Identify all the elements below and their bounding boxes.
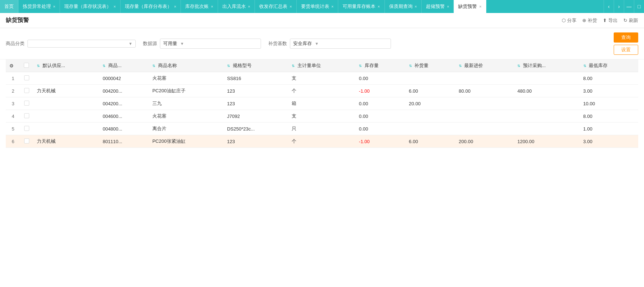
share-icon: ⬡ — [562, 18, 566, 23]
tab-stock-dist-close[interactable]: × — [174, 4, 176, 9]
page-title: 缺货预警 — [6, 17, 562, 24]
col-spec[interactable]: ⇅ 规格型号 — [223, 59, 288, 72]
tab-flow[interactable]: 出入库流水 × — [218, 0, 255, 13]
row-checkbox[interactable] — [24, 101, 29, 106]
tab-overstock-close[interactable]: × — [447, 4, 449, 9]
tab-stock-dist-label: 现存量（库存分布表） — [125, 3, 172, 10]
row-checkbox[interactable] — [24, 113, 29, 118]
col-min-stock[interactable]: ⇅ 最低库存 — [580, 59, 638, 72]
row-product-code: 0000042 — [99, 72, 149, 85]
row-latest-price: 200.00 — [455, 135, 514, 148]
col-unit-label: 主计量单位 — [297, 63, 321, 68]
replenish-base-select-arrow-icon: ▼ — [315, 41, 319, 46]
replenish-base-select[interactable]: 安全库存 ▼ — [290, 39, 391, 49]
col-unit[interactable]: ⇅ 主计量单位 — [288, 59, 355, 72]
col-gear: ⚙ — [6, 59, 20, 72]
tab-requisition-close[interactable]: × — [331, 4, 334, 9]
tab-summary-label: 收发存汇总表 — [259, 3, 287, 10]
tab-minimize-button[interactable]: — — [624, 0, 634, 13]
row-supplier — [33, 110, 99, 123]
tab-summary[interactable]: 收发存汇总表 × — [255, 0, 296, 13]
tab-maximize-button[interactable]: □ — [634, 0, 644, 13]
row-checkbox[interactable] — [24, 126, 29, 131]
tab-batch-close[interactable]: × — [211, 4, 213, 9]
row-replenish-qty — [405, 72, 455, 85]
tab-expiry-close[interactable]: × — [415, 4, 417, 9]
tab-stock-status-close[interactable]: × — [113, 4, 116, 9]
tab-prev-button[interactable]: ‹ — [604, 0, 614, 13]
col-stock[interactable]: ⇅ 库存量 — [355, 59, 405, 72]
row-product-name: 火花塞 — [149, 72, 223, 85]
sort-icon-unit: ⇅ — [292, 64, 295, 68]
tab-overstock[interactable]: 超储预警 × — [422, 0, 454, 13]
col-default-supplier-label: 默认供应... — [43, 63, 65, 68]
tab-stock-status[interactable]: 现存量（库存状况表） × — [60, 0, 120, 13]
replenish-icon: ⊕ — [582, 18, 586, 23]
share-label: 分享 — [567, 17, 576, 24]
row-product-code: 801110... — [99, 135, 149, 148]
row-checkbox[interactable] — [24, 75, 29, 80]
tab-next-button[interactable]: › — [614, 0, 624, 13]
category-select[interactable]: ▼ — [27, 40, 136, 48]
row-num: 2 — [6, 85, 20, 97]
tab-picking[interactable]: 拣货异常处理 × — [18, 0, 60, 13]
row-unit: 个 — [288, 85, 355, 97]
tab-home-label: 首页 — [4, 3, 14, 10]
tab-batch[interactable]: 库存批次账 × — [181, 0, 218, 13]
row-spec: SS816 — [223, 72, 288, 85]
refresh-button[interactable]: ↻ 刷新 — [623, 17, 638, 24]
row-replenish-qty — [405, 123, 455, 135]
refresh-icon: ↻ — [623, 18, 627, 23]
replenish-base-filter-label: 补货基数 — [268, 40, 287, 47]
row-estimated-purchase — [514, 72, 579, 85]
settings-button[interactable]: 设置 — [614, 45, 638, 55]
export-button[interactable]: ⬆ 导出 — [603, 17, 618, 24]
row-unit: 个 — [288, 135, 355, 148]
category-select-arrow-icon: ▼ — [129, 41, 132, 46]
row-checkbox[interactable] — [24, 88, 29, 93]
tab-picking-close[interactable]: × — [53, 4, 55, 9]
col-stock-label: 库存量 — [365, 63, 379, 68]
tab-available[interactable]: 可用量库存账本 × — [338, 0, 384, 13]
tab-expiry[interactable]: 保质期查询 × — [385, 0, 422, 13]
row-stock: 0.00 — [355, 123, 405, 135]
row-supplier — [33, 123, 99, 135]
tab-shortage[interactable]: 缺货预警 × — [454, 0, 486, 13]
row-checkbox-cell — [20, 123, 33, 135]
row-latest-price: 80.00 — [455, 85, 514, 97]
row-checkbox[interactable] — [24, 138, 29, 144]
col-estimated-purchase-label: 预计采购... — [523, 63, 546, 68]
replenish-button[interactable]: ⊕ 补货 — [582, 17, 597, 24]
refresh-label: 刷新 — [629, 17, 638, 24]
row-supplier — [33, 97, 99, 110]
tab-shortage-close[interactable]: × — [479, 4, 481, 9]
row-estimated-purchase — [514, 123, 579, 135]
row-num: 4 — [6, 110, 20, 123]
col-product-name[interactable]: ⇅ 商品名称 — [149, 59, 223, 72]
col-replenish-qty[interactable]: ⇅ 补货量 — [405, 59, 455, 72]
tab-summary-close[interactable]: × — [290, 4, 292, 9]
datasource-select[interactable]: 可用量 ▼ — [160, 39, 261, 49]
col-estimated-purchase[interactable]: ⇅ 预计采购... — [514, 59, 579, 72]
share-button[interactable]: ⬡ 分享 — [562, 17, 576, 24]
query-button[interactable]: 查询 — [614, 32, 638, 43]
row-product-name: 火花塞 — [149, 110, 223, 123]
row-checkbox-cell — [20, 97, 33, 110]
table-row: 1 0000042 火花塞 SS816 支 0.00 8.00 — [6, 72, 638, 85]
select-all-checkbox[interactable] — [24, 63, 29, 68]
col-latest-price[interactable]: ⇅ 最新进价 — [455, 59, 514, 72]
replenish-base-filter-group: 补货基数 安全库存 ▼ — [268, 39, 391, 49]
sort-icon-replenish: ⇅ — [409, 64, 412, 68]
tab-stock-dist[interactable]: 现存量（库存分布表） × — [121, 0, 181, 13]
tab-flow-close[interactable]: × — [248, 4, 250, 9]
row-product-code: 004200... — [99, 85, 149, 97]
main-content: 缺货预警 ⬡ 分享 ⊕ 补货 ⬆ 导出 ↻ 刷新 商品分类 — [0, 13, 644, 287]
tab-home[interactable]: 首页 — [0, 0, 18, 13]
tab-available-close[interactable]: × — [378, 4, 380, 9]
col-product-code[interactable]: ⇅ 商品... — [99, 59, 149, 72]
col-default-supplier[interactable]: ⇅ 默认供应... — [33, 59, 99, 72]
row-estimated-purchase — [514, 97, 579, 110]
row-num: 3 — [6, 97, 20, 110]
tab-requisition[interactable]: 要货单统计表 × — [297, 0, 338, 13]
gear-icon[interactable]: ⚙ — [9, 63, 14, 69]
